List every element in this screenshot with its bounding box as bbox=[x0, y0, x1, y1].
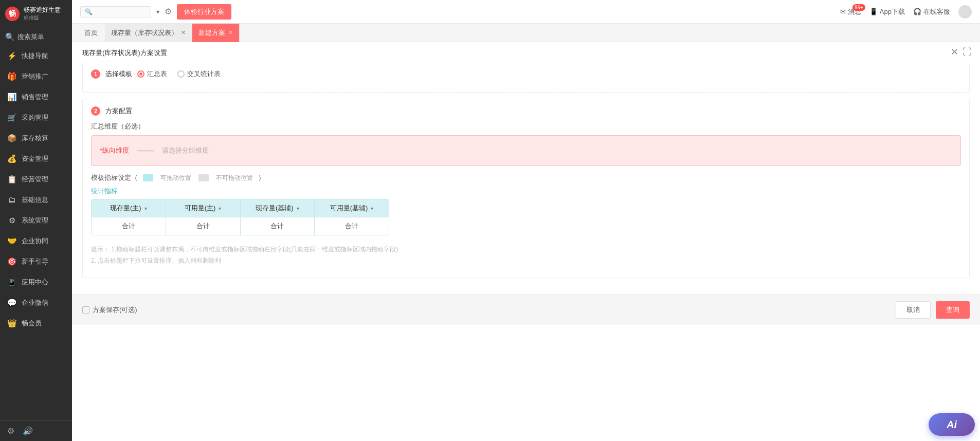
sidebar-bottom: ⚙ 🔊 bbox=[0, 420, 72, 441]
tab-new-scheme-close[interactable]: ✕ bbox=[228, 29, 233, 36]
cancel-button[interactable]: 取消 bbox=[896, 301, 931, 319]
online-service-button[interactable]: 🎧 在线客服 bbox=[913, 7, 950, 16]
sidebar-label-contract: 企业协同 bbox=[22, 236, 48, 246]
stat-body-row: 合计 合计 合计 合计 bbox=[92, 217, 389, 235]
volume-icon[interactable]: 🔊 bbox=[23, 426, 33, 436]
indicator-label-row: 模板指标设定（ 可拖动位置 不可拖动位置 ） bbox=[91, 173, 961, 182]
topbar-right: ✉ 消息 99+ 📱 App下载 🎧 在线客服 bbox=[840, 5, 972, 19]
topbar-search-box[interactable]: 🔍 bbox=[80, 6, 151, 17]
radio-summary-circle bbox=[137, 70, 144, 78]
marketing-icon: 🎁 bbox=[7, 72, 16, 81]
app-icon: 📱 bbox=[869, 8, 878, 15]
topbar-search-input[interactable] bbox=[95, 8, 147, 15]
stat-col-0[interactable]: 现存量(主) ▾ bbox=[92, 199, 166, 217]
sidebar-label-appstore: 应用中心 bbox=[22, 278, 48, 287]
stat-col-3-label: 可用量(基辅) bbox=[330, 204, 368, 213]
sidebar-item-inventory[interactable]: 📦 库存核算 bbox=[0, 128, 72, 149]
tab-inventory-status[interactable]: 现存量（库存状况表） ✕ bbox=[105, 24, 192, 42]
section2-num: 2 bbox=[91, 106, 100, 116]
ai-label: Ai bbox=[947, 419, 957, 431]
stat-col-3-chevron[interactable]: ▾ bbox=[371, 206, 373, 211]
stat-col-0-chevron[interactable]: ▾ bbox=[144, 206, 147, 211]
brand-name: 畅赛通好生意 bbox=[24, 6, 61, 14]
tip1: 1.拖动标题栏可以调整布局，不可跨维度或指标区域拖动栏目字段(只能在同一维度或指… bbox=[111, 246, 398, 253]
stat-cell-1: 合计 bbox=[166, 217, 241, 235]
stat-col-1-label: 可用量(主) bbox=[185, 204, 216, 213]
radio-crosstab-label: 交叉统计表 bbox=[187, 69, 221, 79]
sidebar-item-system[interactable]: ⚙ 系统管理 bbox=[0, 210, 72, 231]
ai-float-button[interactable]: Ai bbox=[929, 413, 975, 436]
sidebar-label-guide: 新手引导 bbox=[22, 257, 48, 266]
tab-inventory-close[interactable]: ✕ bbox=[181, 29, 186, 36]
stat-col-1-chevron[interactable]: ▾ bbox=[219, 206, 221, 211]
tip2: 2. 点击标题栏下拉可设置排序、插入列和删除列 bbox=[91, 257, 221, 264]
panel-expand-icon[interactable]: ⛶ bbox=[963, 47, 972, 58]
radio-summary-label: 汇总表 bbox=[147, 69, 167, 79]
save-checkbox[interactable] bbox=[82, 306, 89, 314]
guide-icon: 🎯 bbox=[7, 257, 16, 266]
sidebar-label-member: 畅会员 bbox=[22, 319, 42, 328]
topbar-search-icon: 🔍 bbox=[85, 8, 93, 15]
topbar: 🔍 ▾ ⚙ 体验行业方案 ✉ 消息 99+ 📱 App下载 🎧 在线客服 bbox=[72, 0, 980, 24]
sidebar-item-sales[interactable]: 📊 销售管理 bbox=[0, 87, 72, 107]
stat-col-2-chevron[interactable]: ▾ bbox=[297, 206, 299, 211]
radio-summary[interactable]: 汇总表 bbox=[137, 69, 167, 79]
sidebar-item-purchase[interactable]: 🛒 采购管理 bbox=[0, 107, 72, 128]
sidebar-label-wechat: 企业微信 bbox=[22, 298, 48, 307]
stat-col-2[interactable]: 现存量(基辅) ▾ bbox=[241, 199, 315, 217]
legend-draggable-label: 可拖动位置 bbox=[160, 174, 191, 182]
stat-cell-3: 合计 bbox=[315, 217, 389, 235]
template-radio-group: 汇总表 交叉统计表 bbox=[137, 69, 221, 79]
app-download-button[interactable]: 📱 App下载 bbox=[869, 7, 905, 16]
message-button[interactable]: ✉ 消息 99+ bbox=[840, 7, 861, 16]
sidebar-nav: 🔍 搜索菜单 ⚡ 快捷导航 🎁 营销推广 📊 销售管理 🛒 采购管理 📦 库存核… bbox=[0, 28, 72, 420]
radio-crosstab-circle bbox=[177, 70, 185, 78]
stat-col-1[interactable]: 可用量(主) ▾ bbox=[166, 199, 241, 217]
sidebar-item-appstore[interactable]: 📱 应用中心 bbox=[0, 272, 72, 292]
experience-button[interactable]: 体验行业方案 bbox=[177, 4, 231, 20]
panel-close-icon[interactable]: ✕ bbox=[951, 46, 958, 58]
sidebar-item-quick-nav[interactable]: ⚡ 快捷导航 bbox=[0, 46, 72, 66]
service-label: 在线客服 bbox=[923, 7, 950, 16]
sidebar-item-operation[interactable]: 📋 经营管理 bbox=[0, 169, 72, 190]
page-title: 现存量(库存状况表)方案设置 bbox=[72, 42, 980, 62]
sidebar-label-marketing: 营销推广 bbox=[22, 72, 48, 81]
member-icon: 👑 bbox=[7, 319, 16, 328]
sidebar-item-marketing[interactable]: 🎁 营销推广 bbox=[0, 66, 72, 87]
search-icon: 🔍 bbox=[5, 32, 14, 42]
dimension-box[interactable]: *纵向维度 —— 请选择分组维度 bbox=[91, 135, 961, 166]
save-checkbox-label[interactable]: 方案保存(可选) bbox=[82, 305, 137, 315]
purchase-icon: 🛒 bbox=[7, 113, 16, 122]
stat-col-0-label: 现存量(主) bbox=[110, 204, 141, 213]
sidebar-label-inventory: 库存核算 bbox=[22, 134, 48, 143]
sidebar-item-wechat[interactable]: 💬 企业微信 bbox=[0, 292, 72, 313]
sidebar-label-finance: 资金管理 bbox=[22, 154, 48, 163]
sidebar-item-base[interactable]: 🗂 基础信息 bbox=[0, 190, 72, 210]
inventory-icon: 📦 bbox=[7, 134, 16, 143]
query-button[interactable]: 查询 bbox=[936, 301, 970, 319]
tabs-bar: 首页 现存量（库存状况表） ✕ 新建方案 ✕ bbox=[72, 24, 980, 42]
settings-icon[interactable]: ⚙ bbox=[7, 426, 14, 436]
message-icon: ✉ bbox=[840, 8, 846, 15]
sidebar-label-base: 基础信息 bbox=[22, 195, 48, 205]
sidebar-item-finance[interactable]: 💰 资金管理 bbox=[0, 149, 72, 169]
topbar-gear-icon[interactable]: ⚙ bbox=[165, 7, 172, 16]
sidebar-label-quick-nav: 快捷导航 bbox=[22, 51, 48, 61]
main-area: 🔍 ▾ ⚙ 体验行业方案 ✉ 消息 99+ 📱 App下载 🎧 在线客服 bbox=[72, 0, 980, 441]
tab-new-scheme[interactable]: 新建方案 ✕ bbox=[192, 24, 240, 42]
stat-col-3[interactable]: 可用量(基辅) ▾ bbox=[315, 199, 389, 217]
sidebar-item-guide[interactable]: 🎯 新手引导 bbox=[0, 251, 72, 272]
indicator-legend: 可拖动位置 不可拖动位置 bbox=[143, 174, 253, 182]
sidebar-item-contract[interactable]: 🤝 企业协同 bbox=[0, 231, 72, 251]
section-template: 1 选择模板 汇总表 交叉统计表 bbox=[82, 62, 970, 93]
stat-table: 现存量(主) ▾ 可用量(主) ▾ 现存量(基辅) ▾ 可用量(基辅) ▾ bbox=[91, 199, 389, 235]
tab-inventory-label: 现存量（库存状况表） bbox=[111, 28, 178, 38]
topbar-dropdown-icon[interactable]: ▾ bbox=[156, 8, 159, 15]
radio-crosstab[interactable]: 交叉统计表 bbox=[177, 69, 221, 79]
tab-home[interactable]: 首页 bbox=[77, 24, 105, 42]
sidebar-item-member[interactable]: 👑 畅会员 bbox=[0, 313, 72, 334]
section1-header: 1 选择模板 汇总表 交叉统计表 bbox=[91, 69, 961, 79]
user-avatar-button[interactable] bbox=[958, 5, 972, 19]
app-download-label: App下载 bbox=[880, 7, 905, 16]
sidebar-search[interactable]: 🔍 搜索菜单 bbox=[0, 28, 72, 46]
